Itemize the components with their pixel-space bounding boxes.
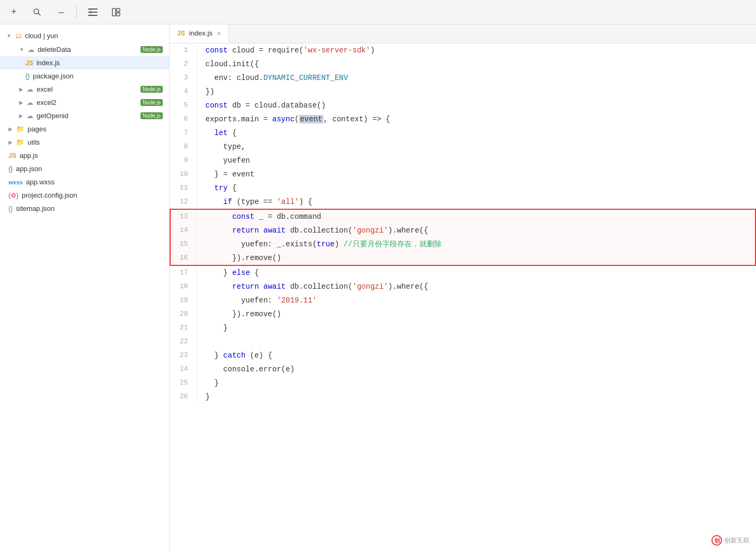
sidebar-item-indexjs[interactable]: JS index.js [0, 56, 169, 69]
code-container[interactable]: 1const cloud = require('wx-server-sdk')2… [170, 43, 756, 552]
arrow-right-icon-excel: ▶ [19, 86, 23, 92]
sidebar-item-projectconfig[interactable]: {⚙} project.config.json [0, 189, 169, 202]
table-row: 12 if (type == 'all') { [170, 195, 755, 209]
js-icon-appjs: JS [8, 152, 16, 159]
table-row: 20 }).remove() [170, 307, 755, 321]
sidebar-item-excel[interactable]: ▶ ☁ excel Node.js [0, 83, 169, 96]
line-number: 11 [170, 181, 197, 195]
config-icon-project: {⚙} [8, 192, 19, 199]
line-code: } catch (e) { [197, 349, 755, 362]
watermark: 创 创新互联 [711, 535, 750, 546]
sidebar-root[interactable]: ▼ 🗂 cloud | yun [0, 29, 169, 43]
nodejs-badge-excel2: Node.js [140, 99, 163, 106]
cloud-icon-excel: ☁ [27, 85, 33, 93]
table-row: 23 } catch (e) { [170, 349, 755, 362]
nodejs-badge-deletedata: Node.js [140, 46, 163, 53]
sidebar-item-appjs[interactable]: JS app.js [0, 149, 169, 162]
line-code: if (type == 'all') { [197, 195, 755, 209]
line-number: 8 [170, 140, 197, 154]
line-number: 14 [170, 224, 197, 237]
tab-filename: index.js [189, 29, 213, 37]
line-code: const cloud = require('wx-server-sdk') [197, 43, 755, 57]
add-button[interactable]: + [6, 5, 21, 20]
line-number: 16 [170, 251, 197, 265]
sidebar-item-pages[interactable]: ▶ 📁 pages [0, 122, 169, 136]
cloud-icon: ☁ [28, 46, 34, 54]
sidebar-item-getopenid[interactable]: ▶ ☁ getOpenid Node.js [0, 109, 169, 122]
toolbar: + ··· [0, 0, 756, 24]
sidebar-label-appjson: app.json [16, 165, 42, 173]
sidebar-label-packagejson: package.json [33, 72, 74, 80]
table-row: 1const cloud = require('wx-server-sdk') [170, 43, 755, 57]
sidebar-label-pages: pages [28, 125, 46, 133]
cloud-icon-getopenid: ☁ [27, 112, 33, 120]
panel-button[interactable] [109, 5, 124, 20]
line-code: let { [197, 126, 755, 140]
sidebar-item-appjson[interactable]: {} app.json [0, 162, 169, 175]
wxss-icon-appwxss: wxss [8, 179, 23, 185]
line-code: console.error(e) [197, 362, 755, 376]
search-button[interactable] [30, 5, 45, 20]
sidebar-label-utils: utils [28, 138, 40, 146]
line-number: 5 [170, 99, 197, 112]
sidebar-item-sitemap[interactable]: {} sitemap.json [0, 202, 169, 215]
sidebar-item-utils[interactable]: ▶ 📁 utils [0, 136, 169, 149]
arrow-right-icon-pages: ▶ [8, 126, 13, 132]
line-code: }).remove() [197, 307, 755, 321]
line-number: 25 [170, 376, 197, 390]
line-code: return await db.collection('gongzi').whe… [197, 280, 755, 293]
sidebar-label-excel2: excel2 [37, 99, 57, 106]
tab-js-icon: JS [177, 30, 185, 37]
line-number: 24 [170, 362, 197, 376]
arrow-right-icon-utils: ▶ [8, 139, 13, 145]
line-code: exports.main = async(event, context) => … [197, 112, 755, 126]
line-number: 12 [170, 195, 197, 209]
sidebar-item-packagejson[interactable]: {} package.json [0, 69, 169, 83]
nodejs-badge-getopenid: Node.js [140, 112, 163, 119]
table-row: 26} [170, 390, 755, 404]
nodejs-badge-excel: Node.js [140, 86, 163, 93]
table-row: 13 const _ = db.command [170, 209, 755, 224]
line-number: 7 [170, 126, 197, 140]
line-number: 1 [170, 43, 197, 57]
table-row: 24 console.error(e) [170, 362, 755, 376]
folder-icon-pages: 📁 [16, 125, 24, 133]
line-number: 17 [170, 265, 197, 280]
watermark-icon: 创 [711, 535, 722, 546]
table-row: 16 }).remove() [170, 251, 755, 265]
more-button[interactable]: ··· [53, 5, 68, 20]
tab-close-button[interactable]: × [217, 30, 221, 37]
table-row: 5const db = cloud.database() [170, 99, 755, 112]
toolbar-divider [76, 6, 77, 19]
line-number: 18 [170, 280, 197, 293]
line-code: env: cloud.DYNAMIC_CURRENT_ENV [197, 71, 755, 85]
table-row: 22 [170, 335, 755, 349]
table-row: 18 return await db.collection('gongzi').… [170, 280, 755, 293]
sidebar-item-deletedata[interactable]: ▼ ☁ deleteData Node.js [0, 43, 169, 56]
line-code: return await db.collection('gongzi').whe… [197, 224, 755, 237]
table-row: 9 yuefen [170, 154, 755, 167]
js-icon: JS [25, 59, 33, 67]
line-code: type, [197, 140, 755, 154]
line-code: yuefen: _.exists(true) //只要月份字段存在，就删除 [197, 237, 755, 251]
sidebar-item-excel2[interactable]: ▶ ☁ excel2 Node.js [0, 96, 169, 109]
line-number: 13 [170, 209, 197, 224]
layout-button[interactable] [85, 5, 100, 20]
line-number: 19 [170, 293, 197, 307]
table-row: 3 env: cloud.DYNAMIC_CURRENT_ENV [170, 71, 755, 85]
sidebar-label-appwxss: app.wxss [26, 178, 55, 186]
sidebar-label-excel: excel [37, 85, 52, 93]
table-row: 2cloud.init({ [170, 57, 755, 71]
svg-line-1 [38, 13, 40, 15]
folder-icon-utils: 📁 [16, 138, 24, 146]
sidebar-item-appwxss[interactable]: wxss app.wxss [0, 175, 169, 189]
table-row: 4}) [170, 85, 755, 99]
main-layout: ▼ 🗂 cloud | yun ▼ ☁ deleteData Node.js J… [0, 24, 756, 552]
line-code: } = event [197, 167, 755, 181]
line-number: 3 [170, 71, 197, 85]
line-code: } [197, 321, 755, 335]
line-number: 15 [170, 237, 197, 251]
svg-rect-5 [90, 8, 91, 16]
table-row: 15 yuefen: _.exists(true) //只要月份字段存在，就删除 [170, 237, 755, 251]
tab-indexjs[interactable]: JS index.js × [170, 24, 229, 43]
